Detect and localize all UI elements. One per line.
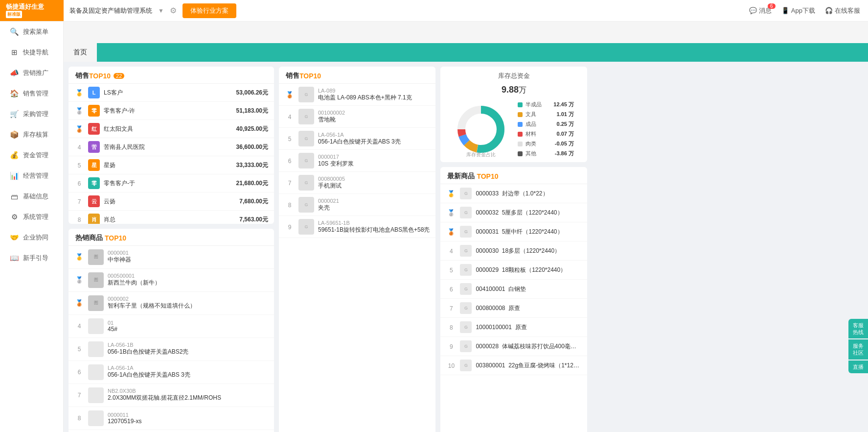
product-thumbnail: G xyxy=(460,302,472,314)
new-product-item[interactable]: 4 G 0000030 18多层（1220*2440） xyxy=(440,241,587,261)
legend-item: 材料 0.07 万 xyxy=(518,130,574,138)
top-customers-card: 销售 TOP10 22 🥇 L LS客户 53,006.26元 🥈 零 零售客户… xyxy=(69,67,274,224)
sidebar-label-purchase: 采购管理 xyxy=(23,110,48,119)
sales-product-item[interactable]: 9 G LA-59651-1B 59651-1B旋转投影灯电池盒ABS黑色+58… xyxy=(279,216,435,238)
legend-item: 半成品 12.45 万 xyxy=(518,101,574,108)
gear-icon[interactable]: ⚙ xyxy=(170,6,177,15)
tab-home[interactable]: 首页 xyxy=(64,43,97,62)
new-product-item[interactable]: 5 G 0000029 18颗粒板（1220*2440） xyxy=(440,261,587,280)
sales-product-item[interactable]: 🥉 G LA-089 电池盖 LA-089 ABS本色+黑种 7.1克 xyxy=(279,84,435,106)
sales-products-list: 🥉 G LA-089 电池盖 LA-089 ABS本色+黑种 7.1克 4 G … xyxy=(279,84,435,432)
product-code: 000500001 xyxy=(108,273,268,279)
sidebar-item-guide[interactable]: 📖 新手引导 xyxy=(0,248,63,268)
hot-product-item[interactable]: 🥈 图 000500001 新西兰牛肉（新牛） xyxy=(69,269,274,292)
product-name: 056-1B白色按键开关盖ABS2壳 xyxy=(108,348,268,356)
hot-product-item[interactable]: 9 KK-SD22110H 花语暖倡温分腿睡袋（厚款） xyxy=(69,430,274,432)
sidebar-label-search: 搜索菜单 xyxy=(23,27,48,36)
app-download-btn[interactable]: 📱 App下载 xyxy=(781,6,815,15)
top-sales-products-title: 销售 xyxy=(286,72,299,80)
new-product-item[interactable]: 🥇 G 0000033 封边带（1.0*22） xyxy=(440,184,587,203)
top-customers-header: 销售 TOP10 22 xyxy=(69,67,274,84)
customer-service-btn[interactable]: 客服热线 xyxy=(848,319,868,339)
sales-product-item[interactable]: 7 G 000800005 手机测试 xyxy=(279,172,435,194)
product-info: 0000001 中华神器 xyxy=(108,250,268,264)
new-product-item[interactable]: 8 G 10000100001 原查 xyxy=(440,318,587,337)
hot-product-item[interactable]: 🥉 图 0000002 智利车子里（规格不知道填什么） xyxy=(69,292,274,315)
message-badge: 6 xyxy=(768,3,776,9)
product-code: 01 xyxy=(108,320,268,326)
message-btn[interactable]: 💬 消息 6 xyxy=(749,6,772,15)
rank-medal: 🥇 xyxy=(74,89,84,96)
sales-product-item[interactable]: 6 G 0000017 10S 变利罗浆 xyxy=(279,150,435,172)
customer-rank-item[interactable]: 6 零 零售客户-于 21,680.00元 xyxy=(69,174,274,192)
rank-medal: 4 xyxy=(285,113,295,120)
rank-medal: 🥉 xyxy=(446,228,456,236)
direct-btn[interactable]: 直播 xyxy=(848,360,868,373)
sidebar-item-search[interactable]: 🔍 搜索菜单 xyxy=(0,22,63,42)
hot-product-item[interactable]: 5 LA-056-1B 056-1B白色按键开关盖ABS2壳 xyxy=(69,338,274,361)
product-info: 0000029 18颗粒板（1220*2440） xyxy=(476,266,581,274)
new-product-item[interactable]: 10 G 003800001 22g鱼豆腐-烧烤味（1*12*20） xyxy=(440,356,587,375)
sidebar-item-system[interactable]: ⚙ 系统管理 xyxy=(0,207,63,227)
customer-rank-item[interactable]: 🥈 零 零售客户-许 51,183.00元 xyxy=(69,102,274,120)
product-thumbnail xyxy=(88,341,104,357)
customer-amount: 7,680.00元 xyxy=(239,197,268,206)
sidebar-label-nav: 快捷导航 xyxy=(23,48,48,57)
product-thumbnail: G xyxy=(460,321,472,333)
customer-rank-item[interactable]: 🥉 红 红太阳文具 40,925.00元 xyxy=(69,120,274,138)
sidebar-item-finance[interactable]: 💰 资金管理 xyxy=(0,145,63,166)
product-info: 000500001 新西兰牛肉（新牛） xyxy=(108,273,268,287)
sidebar-label-system: 系统管理 xyxy=(23,213,48,221)
system-chevron-icon[interactable]: ▼ xyxy=(158,7,164,14)
product-thumbnail: 图 xyxy=(88,295,104,311)
hot-product-item[interactable]: 4 01 45# xyxy=(69,315,274,338)
rank-medal: 9 xyxy=(285,223,295,231)
sidebar-item-company[interactable]: 🤝 企业协同 xyxy=(0,227,63,248)
new-product-item[interactable]: 9 G 0000028 体碱荔枝味苏打饮品400毫升（1*15） xyxy=(440,337,587,356)
sales-product-item[interactable]: 5 G LA-056-1A 056-1A白色按键开关盖ABS 3壳 xyxy=(279,128,435,150)
trial-button[interactable]: 体验行业方案 xyxy=(183,3,236,18)
hot-product-item[interactable]: 7 NB2.0X30B 2.0X30MM双搓花轴.搓花直径2.1MM/ROHS xyxy=(69,384,274,407)
rank-medal: 5 xyxy=(446,266,456,274)
customer-rank-item[interactable]: 4 苦 苦南县人民医院 36,600.00元 xyxy=(69,138,274,156)
rank-medal: 6 xyxy=(446,286,456,293)
top10-customers-label: TOP10 xyxy=(89,72,111,80)
online-service-btn[interactable]: 🎧 在线客服 xyxy=(825,6,860,15)
customer-rank-item[interactable]: 8 肖 肖总 7,563.00元 xyxy=(69,211,274,224)
left-column: 销售 TOP10 22 🥇 L LS客户 53,006.26元 🥈 零 零售客户… xyxy=(69,67,274,432)
customer-rank-item[interactable]: 7 云 云扬 7,680.00元 xyxy=(69,192,274,211)
hot-product-item[interactable]: 8 0000011 12070519-xs xyxy=(69,407,274,430)
sidebar-item-nav[interactable]: ⊞ 快捷导航 xyxy=(0,42,63,63)
sales-product-item[interactable]: 4 G 001000002 雪地靴 xyxy=(279,106,435,128)
new-product-item[interactable]: 6 G 004100001 白钢垫 xyxy=(440,280,587,299)
basic-icon: 🗃 xyxy=(9,192,19,201)
new-product-item[interactable]: 🥈 G 0000032 5厘多层（1220*2440） xyxy=(440,203,587,222)
legend-color xyxy=(518,151,523,156)
sidebar-item-inventory[interactable]: 📦 库存核算 xyxy=(0,124,63,145)
sidebar-item-operation[interactable]: 📊 经营管理 xyxy=(0,166,63,186)
customer-rank-item[interactable]: 🥇 L LS客户 53,006.26元 xyxy=(69,84,274,102)
new-product-item[interactable]: 🥉 G 0000031 5厘中纤（1220*2440） xyxy=(440,222,587,241)
hot-product-item[interactable]: 6 LA-056-1A 056-1A白色按键开关盖ABS 3壳 xyxy=(69,361,274,384)
nav-tabs: 首页 xyxy=(64,43,868,62)
product-code: LA-056-1A xyxy=(108,365,268,371)
service-community-btn[interactable]: 服务社区 xyxy=(848,339,868,360)
hot-product-item[interactable]: 🥇 图 0000001 中华神器 xyxy=(69,246,274,269)
product-thumbnail: G xyxy=(298,153,314,168)
sidebar-item-purchase[interactable]: 🛒 采购管理 xyxy=(0,104,63,124)
new-product-item[interactable]: 7 G 000800008 原查 xyxy=(440,299,587,318)
finance-icon: 💰 xyxy=(9,151,19,160)
product-info: 003800001 22g鱼豆腐-烧烤味（1*12*20） xyxy=(476,361,581,370)
customer-rank-item[interactable]: 5 星 星扬 33,333.00元 xyxy=(69,156,274,174)
sidebar-item-sales[interactable]: 🏠 销售管理 xyxy=(0,83,63,104)
product-thumbnail: G xyxy=(298,175,314,191)
sidebar-item-marketing[interactable]: 📣 营销推广 xyxy=(0,63,63,83)
sidebar-item-basic[interactable]: 🗃 基础信息 xyxy=(0,186,63,207)
sales-product-item[interactable]: 8 G 0000021 夹壳 xyxy=(279,194,435,216)
legend-item: 其他 -3.86 万 xyxy=(518,150,574,157)
headset-icon: 🎧 xyxy=(825,7,833,14)
rank-medal: 4 xyxy=(74,144,84,151)
logo-text: 畅捷通好生意 xyxy=(6,3,44,11)
product-code: NB2.0X30B xyxy=(108,388,268,394)
donut-chart: 库存资金占比 xyxy=(454,102,508,156)
